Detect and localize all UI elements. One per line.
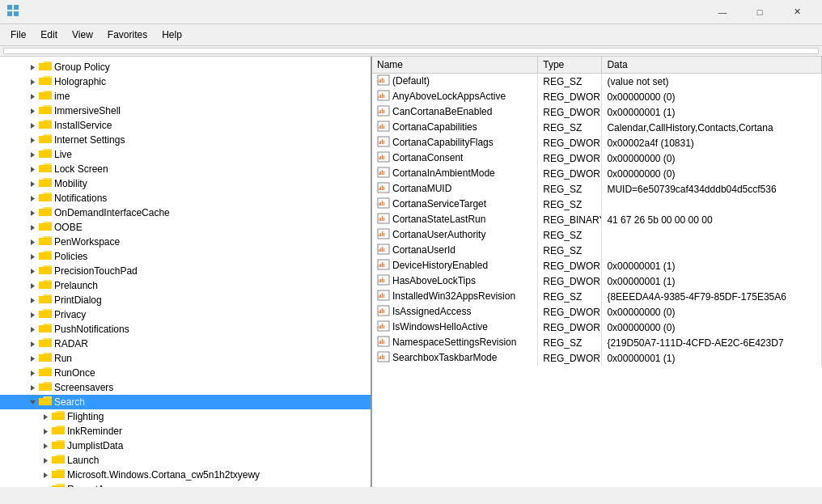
svg-text:ab: ab: [379, 277, 385, 284]
svg-marker-27: [30, 400, 36, 404]
menu-item-help[interactable]: Help: [155, 26, 189, 44]
tree-item[interactable]: ime: [0, 89, 371, 104]
tree-expander-icon[interactable]: [26, 250, 39, 263]
tree-item[interactable]: Privacy: [0, 307, 371, 322]
tree-item[interactable]: Screensavers: [0, 380, 371, 395]
tree-expander-icon[interactable]: [26, 163, 39, 176]
menu-item-edit[interactable]: Edit: [33, 26, 65, 44]
tree-item[interactable]: Lock Screen: [0, 162, 371, 176]
tree-item[interactable]: Prelaunch: [0, 278, 371, 293]
tree-item[interactable]: RunOnce: [0, 366, 371, 380]
tree-item[interactable]: Live: [0, 147, 371, 162]
tree-expander-icon[interactable]: [26, 90, 39, 103]
tree-item[interactable]: OOBE: [0, 220, 371, 235]
tree-item[interactable]: Notifications: [0, 191, 371, 205]
tree-expander-icon[interactable]: [26, 75, 39, 88]
table-row[interactable]: abCortanaCapabilityFlagsREG_DWORD0x00002…: [372, 135, 822, 150]
tree-item[interactable]: Flighting: [0, 409, 371, 424]
table-row[interactable]: abCortanaServiceTargetREG_SZ: [372, 197, 822, 212]
tree-expander-icon[interactable]: [26, 381, 39, 394]
tree-item[interactable]: Internet Settings: [0, 133, 371, 147]
tree-expander-icon[interactable]: [26, 235, 39, 248]
tree-expander-icon[interactable]: [26, 279, 39, 292]
tree-item[interactable]: RecentApps: [0, 482, 371, 487]
tree-item[interactable]: Policies: [0, 249, 371, 264]
tree-expander-icon[interactable]: [39, 425, 52, 438]
tree-expander-icon[interactable]: [39, 454, 52, 467]
tree-item[interactable]: PushNotifications: [0, 322, 371, 337]
tree-item[interactable]: JumplistData: [0, 438, 371, 453]
tree-expander-icon[interactable]: [39, 483, 52, 487]
table-row[interactable]: abCortanaInAmbientModeREG_DWORD0x0000000…: [372, 166, 822, 181]
tree-item[interactable]: InkReminder: [0, 424, 371, 438]
tree-expander-icon[interactable]: [39, 410, 52, 423]
tree-expander-icon[interactable]: [26, 104, 39, 117]
tree-item[interactable]: InstallService: [0, 118, 371, 133]
table-row[interactable]: abSearchboxTaskbarModeREG_DWORD0x0000000…: [372, 350, 822, 366]
tree-item[interactable]: Mobility: [0, 176, 371, 191]
table-row[interactable]: abInstalledWin32AppsRevisionREG_SZ{8EEED…: [372, 289, 822, 304]
tree-expander-icon[interactable]: [26, 366, 39, 379]
minimize-button[interactable]: —: [704, 0, 741, 24]
tree-expander-icon[interactable]: [26, 177, 39, 190]
cell-name: abCortanaConsent: [372, 150, 538, 166]
table-row[interactable]: abIsAssignedAccessREG_DWORD0x00000000 (0…: [372, 304, 822, 320]
table-row[interactable]: abCortanaMUIDREG_SZMUID=6e50739caf434ddd…: [372, 181, 822, 197]
table-row[interactable]: abAnyAboveLockAppsActiveREG_DWORD0x00000…: [372, 89, 822, 104]
tree-item[interactable]: OnDemandInterfaceCache: [0, 205, 371, 220]
maximize-button[interactable]: □: [741, 0, 778, 24]
svg-text:ab: ab: [379, 307, 385, 315]
tree-expander-icon[interactable]: [26, 192, 39, 205]
tree-item[interactable]: Microsoft.Windows.Cortana_cw5n1h2txyewy: [0, 468, 371, 482]
tree-expander-icon[interactable]: [39, 468, 52, 481]
tree-item[interactable]: Group Policy: [0, 60, 371, 74]
tree-item[interactable]: PrecisionTouchPad: [0, 264, 371, 278]
table-row[interactable]: abCortanaConsentREG_DWORD0x00000000 (0): [372, 150, 822, 166]
col-name[interactable]: Name: [372, 57, 538, 74]
col-data[interactable]: Data: [602, 57, 822, 74]
table-row[interactable]: abCanCortanaBeEnabledREG_DWORD0x00000001…: [372, 104, 822, 120]
tree-expander-icon[interactable]: [26, 352, 39, 365]
table-row[interactable]: abNamespaceSettingsRevisionREG_SZ{219D50…: [372, 335, 822, 350]
tree-expander-icon[interactable]: [26, 323, 39, 336]
menu-item-favorites[interactable]: Favorites: [100, 26, 155, 44]
tree-item[interactable]: Launch: [0, 453, 371, 468]
tree-expander-icon[interactable]: [26, 265, 39, 277]
table-row[interactable]: abDeviceHistoryEnabledREG_DWORD0x0000000…: [372, 258, 822, 273]
table-row[interactable]: abCortanaUserAuthorityREG_SZ: [372, 227, 822, 243]
table-row[interactable]: abCortanaStateLastRunREG_BINARY41 67 26 …: [372, 212, 822, 227]
tree-item[interactable]: PenWorkspace: [0, 235, 371, 249]
table-row[interactable]: ab(Default)REG_SZ(value not set): [372, 74, 822, 90]
menu-item-view[interactable]: View: [65, 26, 100, 44]
tree-expander-icon[interactable]: [26, 133, 39, 146]
tree-expander-icon[interactable]: [26, 119, 39, 132]
tree-expander-icon[interactable]: [26, 337, 39, 350]
svg-marker-30: [44, 443, 48, 449]
tree-expander-icon[interactable]: [26, 148, 39, 161]
col-type[interactable]: Type: [538, 57, 602, 74]
tree-item[interactable]: Holographic: [0, 74, 371, 89]
close-button[interactable]: ✕: [778, 0, 816, 24]
tree-item[interactable]: Run: [0, 351, 371, 366]
tree-item[interactable]: ImmersiveShell: [0, 104, 371, 118]
tree-item[interactable]: Search: [0, 395, 371, 409]
tree-item[interactable]: PrintDialog: [0, 293, 371, 307]
tree-expander-icon[interactable]: [26, 396, 39, 409]
tree-panel[interactable]: Group PolicyHolographicimeImmersiveShell…: [0, 57, 372, 487]
table-row[interactable]: abIsWindowsHelloActiveREG_DWORD0x0000000…: [372, 320, 822, 335]
cell-type: REG_SZ: [538, 227, 602, 243]
tree-expander-icon[interactable]: [26, 294, 39, 307]
tree-item[interactable]: RADAR: [0, 337, 371, 351]
tree-expander-icon[interactable]: [26, 61, 39, 74]
address-bar[interactable]: [3, 48, 819, 54]
tree-expander-icon[interactable]: [26, 206, 39, 219]
value-panel[interactable]: Name Type Data ab(Default)REG_SZ(value n…: [372, 57, 822, 487]
tree-expander-icon[interactable]: [26, 221, 39, 234]
cell-data: 41 67 26 5b 00 00 00 00: [602, 212, 822, 227]
menu-item-file[interactable]: File: [3, 26, 33, 44]
tree-expander-icon[interactable]: [39, 439, 52, 452]
table-row[interactable]: abCortanaUserIdREG_SZ: [372, 243, 822, 258]
table-row[interactable]: abHasAboveLockTipsREG_DWORD0x00000001 (1…: [372, 273, 822, 289]
tree-expander-icon[interactable]: [26, 308, 39, 321]
table-row[interactable]: abCortanaCapabilitiesREG_SZCalendar,Call…: [372, 120, 822, 135]
